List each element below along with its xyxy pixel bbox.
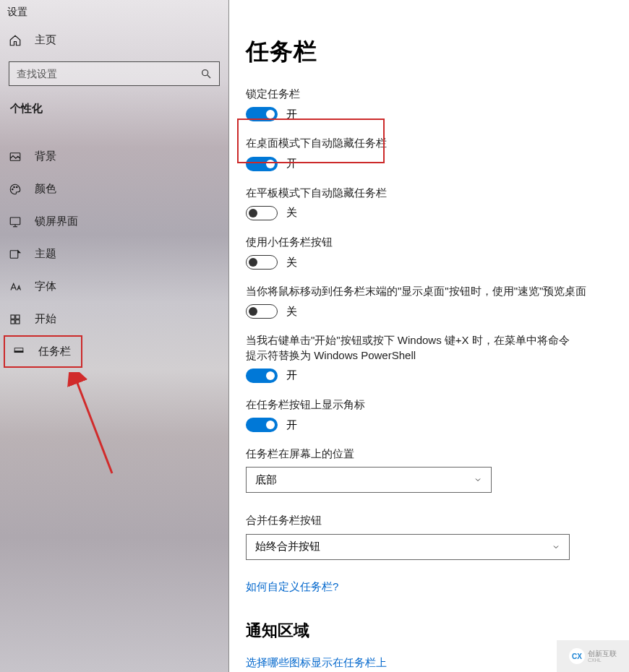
toggle-peek[interactable] bbox=[246, 304, 278, 319]
svg-line-1 bbox=[207, 75, 210, 78]
toggle-state: 开 bbox=[286, 418, 297, 432]
search-input-container[interactable] bbox=[9, 61, 220, 86]
help-link[interactable]: 如何自定义任务栏? bbox=[246, 580, 338, 594]
toggle-small-buttons[interactable] bbox=[246, 255, 278, 270]
toggle-state: 关 bbox=[286, 206, 297, 220]
dropdown-combine[interactable]: 始终合并按钮 bbox=[246, 534, 570, 560]
setting-label: 在任务栏按钮上显示角标 bbox=[246, 397, 622, 412]
theme-icon bbox=[9, 248, 22, 261]
setting-badges: 在任务栏按钮上显示角标 开 bbox=[246, 397, 622, 432]
svg-point-0 bbox=[202, 70, 208, 76]
toggle-state: 关 bbox=[286, 305, 297, 319]
setting-peek: 当你将鼠标移动到任务栏末端的"显示桌面"按钮时，使用"速览"预览桌面 关 bbox=[246, 284, 622, 319]
sidebar-item-colors[interactable]: 颜色 bbox=[0, 173, 228, 205]
home-icon bbox=[9, 34, 22, 47]
sidebar-item-label: 字体 bbox=[35, 280, 56, 293]
setting-label: 锁定任务栏 bbox=[246, 87, 622, 101]
watermark: CX 创新互联 CXHL bbox=[557, 640, 629, 672]
sidebar-item-label: 主题 bbox=[35, 247, 56, 261]
setting-label: 当你将鼠标移动到任务栏末端的"显示桌面"按钮时，使用"速览"预览桌面 bbox=[246, 284, 622, 298]
watermark-brand: 创新互联 bbox=[588, 650, 617, 658]
toggle-powershell[interactable] bbox=[246, 369, 278, 383]
toggle-state: 关 bbox=[286, 256, 297, 270]
dropdown-value: 始终合并按钮 bbox=[255, 540, 320, 553]
setting-lock-taskbar: 锁定任务栏 开 bbox=[246, 87, 622, 121]
svg-rect-11 bbox=[16, 315, 20, 319]
svg-point-3 bbox=[12, 189, 14, 190]
sidebar-item-taskbar[interactable]: 任务栏 bbox=[4, 335, 82, 368]
home-nav[interactable]: 主页 bbox=[0, 23, 228, 57]
search-icon bbox=[200, 68, 212, 79]
sidebar-item-label: 任务栏 bbox=[38, 345, 71, 358]
svg-rect-13 bbox=[16, 319, 20, 323]
section-header: 个性化 bbox=[0, 86, 228, 123]
toggle-autohide-tablet[interactable] bbox=[246, 206, 278, 220]
sidebar-item-background[interactable]: 背景 bbox=[0, 140, 228, 173]
toggle-state: 开 bbox=[286, 157, 297, 171]
svg-rect-10 bbox=[11, 315, 14, 319]
svg-point-4 bbox=[14, 186, 15, 188]
sidebar-item-start[interactable]: 开始 bbox=[0, 303, 228, 335]
chevron-down-icon bbox=[474, 475, 482, 484]
toggle-state: 开 bbox=[286, 108, 297, 121]
link-select-icons[interactable]: 选择哪些图标显示在任务栏上 bbox=[246, 656, 387, 670]
setting-combine: 合并任务栏按钮 始终合并按钮 bbox=[246, 513, 622, 559]
monitor-icon bbox=[9, 215, 22, 228]
setting-label: 在平板模式下自动隐藏任务栏 bbox=[246, 186, 622, 200]
vertical-divider bbox=[228, 0, 229, 672]
setting-label: 当我右键单击"开始"按钮或按下 Windows 键+X 时，在菜单中将命令提示符… bbox=[246, 333, 571, 363]
setting-autohide-desktop: 在桌面模式下自动隐藏任务栏 开 bbox=[246, 136, 622, 171]
sidebar-item-label: 颜色 bbox=[35, 182, 56, 196]
setting-powershell: 当我右键单击"开始"按钮或按下 Windows 键+X 时，在菜单中将命令提示符… bbox=[246, 333, 622, 383]
toggle-autohide-desktop[interactable] bbox=[246, 157, 278, 171]
sidebar-item-label: 背景 bbox=[35, 150, 56, 163]
svg-rect-15 bbox=[14, 350, 23, 352]
svg-point-5 bbox=[17, 186, 18, 188]
setting-small-buttons: 使用小任务栏按钮 关 bbox=[246, 235, 622, 270]
taskbar-icon bbox=[12, 345, 25, 358]
font-icon bbox=[9, 280, 22, 293]
svg-rect-12 bbox=[11, 319, 14, 323]
sidebar-item-lockscreen[interactable]: 锁屏界面 bbox=[0, 205, 228, 238]
setting-label: 在桌面模式下自动隐藏任务栏 bbox=[246, 136, 622, 150]
toggle-state: 开 bbox=[286, 369, 297, 382]
setting-autohide-tablet: 在平板模式下自动隐藏任务栏 关 bbox=[246, 186, 622, 220]
sidebar-item-label: 锁屏界面 bbox=[35, 215, 78, 228]
setting-label: 使用小任务栏按钮 bbox=[246, 235, 622, 249]
setting-label: 合并任务栏按钮 bbox=[246, 513, 622, 527]
image-icon bbox=[9, 150, 22, 163]
start-icon bbox=[9, 313, 22, 326]
sidebar-item-fonts[interactable]: 字体 bbox=[0, 270, 228, 303]
chevron-down-icon bbox=[552, 543, 560, 551]
page-title: 任务栏 bbox=[246, 36, 622, 68]
svg-rect-9 bbox=[10, 250, 18, 258]
sidebar-item-themes[interactable]: 主题 bbox=[0, 238, 228, 270]
setting-position: 任务栏在屏幕上的位置 底部 bbox=[246, 447, 622, 493]
palette-icon bbox=[9, 183, 22, 196]
svg-rect-6 bbox=[10, 217, 20, 225]
sidebar-item-label: 开始 bbox=[35, 312, 56, 326]
app-title: 设置 bbox=[0, 0, 228, 23]
search-input[interactable] bbox=[17, 68, 200, 79]
toggle-lock-taskbar[interactable] bbox=[246, 107, 278, 121]
watermark-sub: CXHL bbox=[588, 658, 617, 663]
watermark-logo-icon: CX bbox=[569, 648, 585, 664]
toggle-badges[interactable] bbox=[246, 418, 278, 432]
dropdown-position[interactable]: 底部 bbox=[246, 467, 492, 493]
home-label: 主页 bbox=[35, 33, 56, 47]
setting-label: 任务栏在屏幕上的位置 bbox=[246, 447, 622, 461]
dropdown-value: 底部 bbox=[255, 473, 277, 487]
section-notification-title: 通知区域 bbox=[246, 620, 622, 642]
